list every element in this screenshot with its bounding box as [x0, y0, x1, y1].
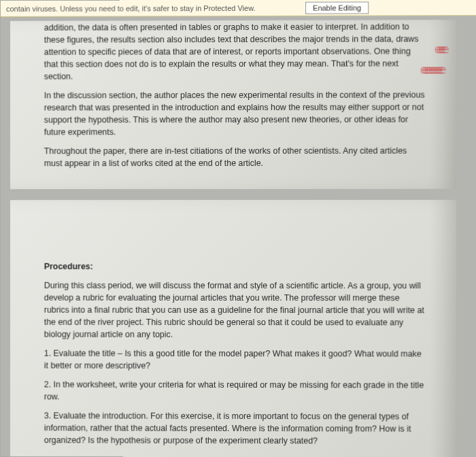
procedure-item-3: 3. Evaluate the introduction. For this e…: [44, 410, 426, 447]
body-paragraph: addition, the data is often presented in…: [44, 21, 426, 83]
procedures-heading: Procedures:: [44, 261, 426, 273]
protected-view-message: contain viruses. Unless you need to edit…: [6, 3, 305, 12]
body-paragraph: In the discussion section, the author pl…: [44, 89, 426, 139]
squiggle-mark: eeeee: [434, 40, 443, 58]
document-page-2: Procedures: During this class period, we…: [10, 200, 456, 457]
body-paragraph: Throughout the paper, there are in-test …: [44, 146, 426, 170]
protected-view-bar: contain viruses. Unless you need to edit…: [1, 0, 476, 17]
document-page-1: eeeee eeeeeeeeeee addition, the data is …: [10, 20, 456, 189]
procedure-item-1: 1. Evaluate the title – Is this a good t…: [44, 348, 426, 373]
document-area: eeeee eeeeeeeeeee addition, the data is …: [1, 16, 476, 457]
procedures-intro: During this class period, we will discus…: [44, 280, 426, 342]
procedure-item-2: 2. In the worksheet, write your criteria…: [44, 379, 426, 404]
enable-editing-button[interactable]: Enable Editing: [305, 1, 369, 14]
